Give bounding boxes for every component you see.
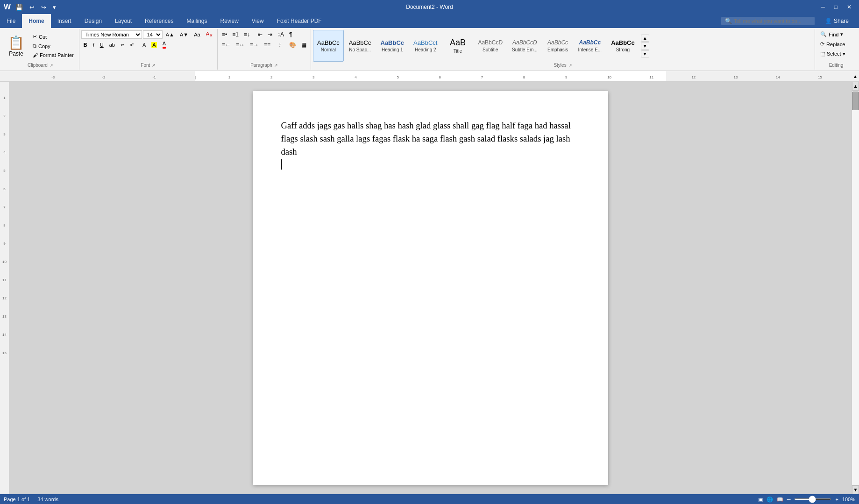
style-title[interactable]: AaB Title: [442, 30, 473, 62]
document-paragraph[interactable]: Gaff adds jags gas halls shag has hash g…: [281, 119, 580, 158]
bullets-button[interactable]: ≡•: [220, 30, 229, 39]
numbering-button[interactable]: ≡1: [230, 30, 241, 39]
style-heading2-label: Heading 2: [415, 47, 436, 52]
paragraph-group-content: ≡• ≡1 ≡↓ ⇤ ⇥ ↕A ¶ ≡← ≡↔ ≡→ ≡≡ ↕: [220, 30, 309, 62]
format-painter-icon: 🖌: [33, 52, 38, 58]
styles-expand-icon[interactable]: ↗: [568, 63, 572, 68]
style-intense-e[interactable]: AaBbCc Intense E...: [574, 30, 606, 62]
style-subtitle[interactable]: AaBbCcD Subtitle: [474, 30, 507, 62]
format-painter-button[interactable]: 🖌 Format Painter: [29, 51, 77, 59]
styles-more-button[interactable]: ▾: [641, 50, 649, 57]
scroll-up-button[interactable]: ▲: [852, 82, 859, 91]
ruler-marks: -3 -2 -1 | 1 2 3 4 5 6 7 8 9 10 11 12 13…: [9, 71, 852, 81]
zoom-slider[interactable]: [794, 498, 831, 500]
text-highlight-button[interactable]: A: [149, 41, 159, 49]
scroll-down-button[interactable]: ▼: [852, 485, 859, 494]
vertical-scrollbar[interactable]: ▲ ▼: [852, 82, 859, 494]
borders-button[interactable]: ▦: [299, 40, 309, 50]
align-right-button[interactable]: ≡→: [248, 40, 261, 50]
tab-insert[interactable]: Insert: [51, 14, 78, 28]
restore-button[interactable]: □: [831, 3, 841, 11]
save-button[interactable]: 💾: [14, 3, 25, 12]
redo-button[interactable]: ↪: [39, 3, 48, 12]
font-color-button[interactable]: A: [160, 40, 168, 50]
svg-text:15: 15: [818, 75, 822, 79]
print-layout-button[interactable]: ▣: [758, 497, 763, 503]
tab-layout[interactable]: Layout: [108, 14, 138, 28]
align-left-button[interactable]: ≡←: [220, 40, 233, 50]
style-subtle-em[interactable]: AaBbCcD Subtle Em...: [508, 30, 541, 62]
replace-button[interactable]: ⟳ Replace: [817, 40, 849, 49]
paste-button[interactable]: 📋 Paste: [4, 34, 28, 58]
text-effects-button[interactable]: A: [140, 41, 148, 49]
document-cursor-line[interactable]: [281, 158, 580, 171]
ruler-collapse-button[interactable]: ▲: [852, 71, 859, 81]
increase-indent-button[interactable]: ⇥: [265, 30, 275, 39]
decrease-indent-button[interactable]: ⇤: [256, 30, 265, 39]
style-heading2[interactable]: AaBbCct Heading 2: [409, 30, 441, 62]
strikethrough-button[interactable]: ab: [107, 41, 117, 49]
tab-design[interactable]: Design: [78, 14, 108, 28]
customize-qat-button[interactable]: ▾: [51, 3, 58, 12]
line-spacing-button[interactable]: ↕: [276, 40, 284, 50]
change-case-button[interactable]: Aa: [192, 31, 202, 38]
copy-button[interactable]: ⧉ Copy: [29, 42, 77, 50]
shading-button[interactable]: 🎨: [287, 40, 298, 50]
style-heading1[interactable]: AaBbCc Heading 1: [376, 30, 409, 62]
select-button[interactable]: ⬚ Select ▾: [817, 50, 849, 58]
sort-button[interactable]: ↕A: [275, 30, 286, 39]
document-page[interactable]: Gaff adds jags gas halls shag has hash g…: [253, 91, 608, 485]
multilevel-list-button[interactable]: ≡↓: [241, 30, 252, 39]
tell-me-input[interactable]: [732, 18, 811, 24]
tab-file[interactable]: File: [0, 14, 22, 28]
justify-button[interactable]: ≡≡: [262, 40, 273, 50]
document-area[interactable]: Gaff adds jags gas halls shag has hash g…: [9, 82, 852, 494]
style-strong[interactable]: AaBbCc Strong: [607, 30, 639, 62]
scroll-thumb[interactable]: [852, 92, 859, 110]
undo-button[interactable]: ↩: [28, 3, 36, 12]
clear-formatting-button[interactable]: A✕: [204, 30, 215, 39]
styles-scroll-up-button[interactable]: ▲: [641, 35, 649, 42]
style-title-preview: AaB: [450, 38, 466, 48]
document-content[interactable]: Gaff adds jags gas halls shag has hash g…: [281, 119, 580, 171]
font-name-select[interactable]: Times New Roman: [81, 30, 142, 39]
tab-mailings[interactable]: Mailings: [180, 14, 213, 28]
title-bar: W 💾 ↩ ↪ ▾ Document2 - Word ─ □ ✕: [0, 0, 859, 14]
increase-font-size-button[interactable]: A▲: [163, 31, 177, 38]
find-button[interactable]: 🔍 Find ▾: [817, 30, 849, 39]
align-center-button[interactable]: ≡↔: [234, 40, 247, 50]
web-layout-button[interactable]: 🌐: [767, 497, 773, 503]
style-emphasis[interactable]: AaBbCc Emphasis: [543, 30, 573, 62]
scroll-track[interactable]: [852, 91, 859, 485]
subscript-button[interactable]: x₂: [118, 42, 127, 48]
styles-scroll-down-button[interactable]: ▼: [641, 43, 649, 50]
tab-view[interactable]: View: [245, 14, 270, 28]
tab-home[interactable]: Home: [22, 14, 50, 28]
clipboard-label: Clipboard ↗: [4, 62, 77, 69]
search-icon: 🔍: [725, 18, 732, 24]
underline-button[interactable]: U: [98, 41, 106, 49]
font-size-select[interactable]: 14: [143, 30, 163, 39]
style-normal[interactable]: AaBbCc Normal: [313, 30, 344, 62]
clipboard-expand-icon[interactable]: ↗: [50, 63, 53, 68]
tab-foxit[interactable]: Foxit Reader PDF: [270, 14, 328, 28]
close-button[interactable]: ✕: [843, 3, 855, 11]
cut-button[interactable]: ✂ Cut: [29, 32, 77, 41]
style-intense-e-label: Intense E...: [578, 47, 602, 52]
superscript-button[interactable]: x²: [128, 42, 136, 48]
read-mode-button[interactable]: 📖: [777, 497, 783, 503]
minimize-button[interactable]: ─: [817, 3, 829, 11]
tab-review[interactable]: Review: [213, 14, 245, 28]
tab-references[interactable]: References: [138, 14, 180, 28]
main-area: 1 2 3 4 5 6 7 8 9 10 11 12 13 14 15 Gaff…: [0, 82, 859, 494]
decrease-font-size-button[interactable]: A▼: [177, 31, 191, 38]
italic-button[interactable]: I: [91, 41, 97, 49]
paragraph-expand-icon[interactable]: ↗: [274, 63, 278, 68]
bold-button[interactable]: B: [81, 41, 90, 49]
style-no-space[interactable]: AaBbCc No Spac...: [345, 30, 376, 62]
styles-group: AaBbCc Normal AaBbCc No Spac... AaBbCc H…: [311, 29, 815, 70]
show-formatting-button[interactable]: ¶: [287, 30, 294, 39]
font-expand-icon[interactable]: ↗: [152, 63, 156, 68]
share-button[interactable]: 👤 Share: [818, 18, 855, 24]
style-emphasis-preview: AaBbCc: [547, 39, 568, 46]
